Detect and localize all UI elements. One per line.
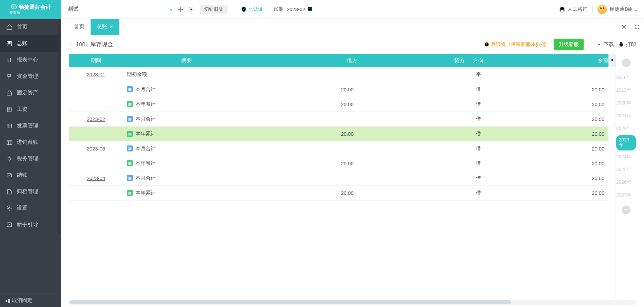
year-item[interactable]: 2018年 xyxy=(616,71,636,84)
year-item[interactable]: 2023年 xyxy=(616,135,636,150)
collapse-panel-button[interactable] xyxy=(608,54,616,67)
nav-item-6[interactable]: 发票管理 xyxy=(0,118,61,134)
year-scroll-up[interactable]: ︿ xyxy=(622,58,631,67)
nav-icon xyxy=(6,205,13,212)
nav-icon xyxy=(6,172,13,179)
user-menu[interactable]: 畅捷通B组... xyxy=(597,5,637,14)
year-item[interactable]: 2024年 xyxy=(616,150,636,163)
nav-label: 报表中心 xyxy=(17,56,38,63)
tab-label: 首页 xyxy=(74,23,85,30)
svg-text:¥: ¥ xyxy=(13,5,14,8)
calendar-icon[interactable] xyxy=(307,6,313,13)
col-header: 摘要 xyxy=(123,54,250,67)
fullscreen-button[interactable] xyxy=(631,24,644,30)
cell-balance: 20.00 xyxy=(492,97,608,112)
period-link[interactable]: 2023-03 xyxy=(87,146,105,151)
month-icon: ▦ xyxy=(127,116,133,122)
cell-debit: 20.00 xyxy=(250,82,358,97)
nav-item-8[interactable]: 税务管理 xyxy=(0,150,61,167)
company-name: 测试 xyxy=(68,6,78,13)
settings-button[interactable] xyxy=(186,4,197,15)
svg-point-10 xyxy=(9,207,10,209)
nav-label: 固定资产 xyxy=(17,89,38,96)
svg-point-1 xyxy=(191,8,192,10)
brand-logo[interactable]: ¥ 畅捷通好会计 专业版 xyxy=(0,0,61,19)
period-link[interactable]: 2023-04 xyxy=(87,175,105,181)
tab-close-icon[interactable]: ✕ xyxy=(109,24,113,30)
col-header: 余额 xyxy=(492,54,608,67)
period-link[interactable]: 2023-01 xyxy=(87,72,105,77)
year-icon: ▦ xyxy=(127,101,133,107)
cell-debit: 20.00 xyxy=(250,185,358,200)
nav-scrollbar[interactable] xyxy=(58,19,60,307)
old-version-button[interactable]: 切到旧版 xyxy=(200,5,227,14)
period-link[interactable]: 2023-02 xyxy=(87,116,105,122)
nav-item-7[interactable]: 进销台账 xyxy=(0,134,61,150)
version-notice: 后续将只保留新版本账簿 xyxy=(484,41,546,48)
year-item[interactable]: 2022年 xyxy=(616,122,636,135)
year-scroll-down[interactable]: ﹀ xyxy=(622,206,631,214)
svg-rect-15 xyxy=(620,45,622,46)
cell-direction: 平 xyxy=(465,67,492,82)
table-row: ▦本月合计20.00借20.00 xyxy=(69,82,608,97)
download-button[interactable]: 下载 xyxy=(596,41,614,48)
consult-button[interactable]: 人工咨询 xyxy=(559,6,588,13)
next-account-button[interactable]: 〉 xyxy=(114,39,124,49)
year-item[interactable]: 2020年 xyxy=(616,97,636,109)
svg-rect-7 xyxy=(7,141,12,145)
gear-icon xyxy=(188,6,194,12)
nav-item-3[interactable]: 资金管理 xyxy=(0,68,61,85)
nav-item-12[interactable]: 新手引导 xyxy=(0,216,61,233)
summary-text: 本年累计 xyxy=(136,101,156,107)
year-item[interactable]: 2027年 xyxy=(616,189,636,202)
horizontal-scrollbar[interactable] xyxy=(69,300,636,305)
cell-credit xyxy=(358,82,465,97)
cell-debit: 20.00 xyxy=(250,97,358,112)
nav-item-11[interactable]: 设置 xyxy=(0,200,61,216)
tab-1[interactable]: 总账✕ xyxy=(91,19,119,35)
table-row: ▦本年累计20.00借20.00 xyxy=(69,126,608,141)
nav-item-9[interactable]: 结账 xyxy=(0,167,61,183)
nav-item-1[interactable]: 总账 xyxy=(0,35,61,52)
brand-name: 畅捷通好会计 xyxy=(19,4,51,10)
nav-label: 税务管理 xyxy=(17,155,38,162)
tab-0[interactable]: 首页 xyxy=(68,19,91,35)
nav-item-5[interactable]: 工资 xyxy=(0,101,61,118)
upgrade-button[interactable]: 升级新版 xyxy=(554,39,584,50)
nav-item-0[interactable]: 首页 xyxy=(0,19,61,35)
unpin-button[interactable]: ◂▮ 取消固定 xyxy=(0,294,61,307)
topbar: ¥ 畅捷通好会计 专业版 测试 ▾ 切到旧版 已认证 账期 2023-02 人工 xyxy=(0,0,644,19)
table-row: ▦本年累计20.00借20.00 xyxy=(69,97,608,112)
company-selector[interactable]: 测试 ▾ xyxy=(68,6,175,13)
cell-direction: 借 xyxy=(465,112,492,126)
nav-item-10[interactable]: 归档管理 xyxy=(0,183,61,200)
cell-direction: 借 xyxy=(465,185,492,200)
table-row: 2023-01期初余额平 xyxy=(69,67,608,82)
nav-icon xyxy=(6,221,13,228)
prev-account-button[interactable]: 〈 xyxy=(64,39,74,49)
nav-item-2[interactable]: 报表中心 xyxy=(0,52,61,68)
svg-rect-2 xyxy=(308,7,312,11)
nav-label: 结账 xyxy=(17,172,28,179)
close-tab-button[interactable]: ✕ xyxy=(617,23,631,31)
add-button[interactable] xyxy=(175,4,186,15)
year-item[interactable]: 2025年 xyxy=(616,163,636,176)
shield-check-icon xyxy=(241,6,247,12)
year-item[interactable]: 2026年 xyxy=(616,176,636,189)
expand-icon xyxy=(635,24,640,30)
chevron-left-icon xyxy=(610,58,614,62)
period-value[interactable]: 2023-02 xyxy=(287,6,305,12)
cell-credit xyxy=(358,141,465,156)
nav-icon xyxy=(6,123,13,129)
cell-debit xyxy=(250,112,358,126)
year-item[interactable]: 2019年 xyxy=(616,84,636,97)
print-button[interactable]: 打印 xyxy=(619,41,636,48)
cell-debit xyxy=(250,141,358,156)
year-item[interactable]: 2021年 xyxy=(616,109,636,122)
nav-item-4[interactable]: 固定资产 xyxy=(0,85,61,101)
cell-balance xyxy=(492,67,608,82)
cell-balance: 20.00 xyxy=(492,171,608,185)
cell-balance: 20.00 xyxy=(492,126,608,141)
nav-label: 归档管理 xyxy=(17,188,38,195)
nav-label: 总账 xyxy=(17,40,28,47)
